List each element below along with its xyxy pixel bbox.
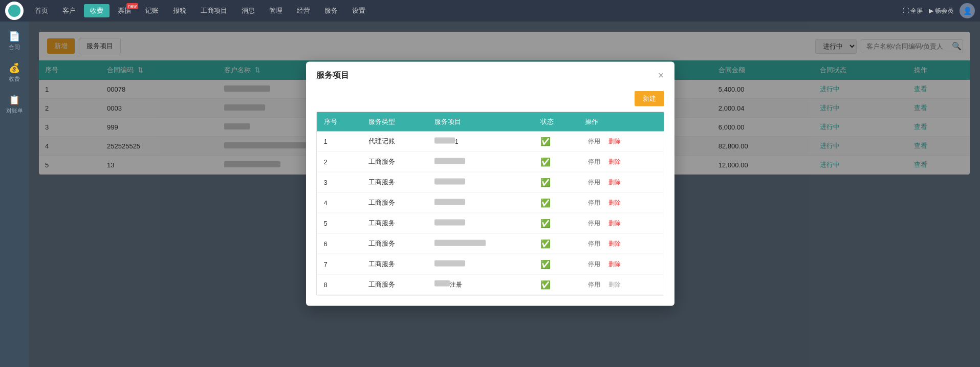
status-check-icon: ✅ [540,137,551,145]
stop-button[interactable]: 停用 [585,218,603,228]
modal-cell-type: 工商服务 [361,152,427,172]
modal-cell-action: 停用 删除 [578,254,663,274]
modal-cell-seq: 4 [317,192,361,213]
nav-fuwu[interactable]: 服务 [318,4,344,17]
stop-button[interactable]: 停用 [585,238,603,249]
modal-header: 服务项目 × [306,61,674,85]
modal-cell-status: ✅ [533,172,578,192]
nav-gongshang[interactable]: 工商项目 [194,4,233,17]
modal-cell-action: 停用 删除 [578,192,663,213]
delete-button[interactable]: 删除 [605,136,624,146]
charge-icon: 💰 [9,62,20,74]
delete-button[interactable]: 删除 [605,197,624,208]
video-icon: ▶ [929,7,933,14]
top-navigation: 首页 客户 收费 票据 new 记账 报税 工商项目 消息 管理 经营 服务 设… [0,0,980,21]
sidebar-item-contract[interactable]: 📄 合同 [2,27,27,55]
top-right-actions: ⛶ 全屏 ▶ 畅会员 👤 [903,3,975,18]
modal-col-item: 服务项目 [427,112,533,131]
sidebar-item-reconcile[interactable]: 📋 对账单 [2,90,27,119]
modal-table-row: 5 工商服务 ✅ 停用 删除 [317,213,664,233]
user-avatar[interactable]: 👤 [960,3,975,18]
modal-cell-type: 工商服务 [361,213,427,233]
nav-home[interactable]: 首页 [29,4,54,17]
modal-cell-action: 停用 删除 [578,274,663,295]
modal-body: 新建 序号 服务类型 服务项目 状态 操作 1 代理记账 [306,85,674,306]
delete-button[interactable]: 删除 [605,218,624,228]
modal-title: 服务项目 [316,70,349,80]
stop-button[interactable]: 停用 [585,197,603,208]
modal-cell-type: 工商服务 [361,172,427,192]
service-items-modal: 服务项目 × 新建 序号 服务类型 服务项目 状态 操作 1 [306,61,674,306]
sidebar-label-charge: 收费 [9,75,20,83]
modal-cell-action: 停用 删除 [578,213,663,233]
nav-guanli[interactable]: 管理 [263,4,289,17]
modal-cell-status: ✅ [533,213,578,233]
sidebar-item-charge[interactable]: 💰 收费 [2,58,27,87]
status-check-icon: ✅ [540,260,551,268]
nav-jizhang[interactable]: 记账 [139,4,165,17]
delete-button[interactable]: 删除 [605,177,624,187]
status-check-icon: ✅ [540,280,551,289]
nav-shoufei[interactable]: 收费 [84,4,110,17]
stop-button[interactable]: 停用 [585,156,603,167]
modal-cell-item [427,233,533,254]
sidebar: 📄 合同 💰 收费 📋 对账单 [0,21,29,367]
delete-button[interactable]: 删除 [605,279,624,290]
member-btn[interactable]: ▶ 畅会员 [929,7,953,15]
stop-button[interactable]: 停用 [585,177,603,187]
modal-cell-type: 工商服务 [361,192,427,213]
nav-xiaoxi[interactable]: 消息 [235,4,261,17]
nav-baoshui[interactable]: 报税 [167,4,192,17]
modal-table-row: 6 工商服务 ✅ 停用 删除 [317,233,664,254]
stop-button[interactable]: 停用 [585,258,603,269]
modal-cell-type: 工商服务 [361,233,427,254]
nav-items: 首页 客户 收费 票据 new 记账 报税 工商项目 消息 管理 经营 服务 设… [29,4,903,17]
modal-cell-item: 1 [427,131,533,152]
modal-col-action: 操作 [578,112,663,131]
nav-customer[interactable]: 客户 [56,4,82,17]
modal-cell-item: 注册 [427,274,533,295]
delete-button[interactable]: 删除 [605,258,624,269]
status-check-icon: ✅ [540,239,551,248]
modal-cell-seq: 1 [317,131,361,152]
modal-cell-type: 代理记账 [361,131,427,152]
modal-cell-status: ✅ [533,192,578,213]
modal-table-wrap[interactable]: 序号 服务类型 服务项目 状态 操作 1 代理记账 1 ✅ [316,111,664,295]
modal-col-status: 状态 [533,112,578,131]
modal-table-row: 4 工商服务 ✅ 停用 删除 [317,192,664,213]
service-table: 序号 服务类型 服务项目 状态 操作 1 代理记账 1 ✅ [317,112,664,295]
modal-cell-item [427,152,533,172]
modal-cell-action: 停用 删除 [578,131,663,152]
modal-cell-item [427,192,533,213]
logo-icon [8,5,20,17]
modal-cell-action: 停用 删除 [578,233,663,254]
nav-shezhi[interactable]: 设置 [346,4,372,17]
modal-cell-seq: 5 [317,213,361,233]
modal-cell-type: 工商服务 [361,274,427,295]
fullscreen-btn[interactable]: ⛶ 全屏 [903,7,923,15]
modal-cell-action: 停用 删除 [578,152,663,172]
reconcile-icon: 📋 [9,94,20,105]
modal-cell-seq: 8 [317,274,361,295]
modal-new-button[interactable]: 新建 [635,91,664,106]
delete-button[interactable]: 删除 [605,156,624,167]
nav-jingying[interactable]: 经营 [291,4,316,17]
stop-button[interactable]: 停用 [585,279,603,290]
stop-button[interactable]: 停用 [585,136,603,146]
modal-table-row: 1 代理记账 1 ✅ 停用 删除 [317,131,664,152]
modal-col-type: 服务类型 [361,112,427,131]
sidebar-label-contract: 合同 [9,44,20,51]
delete-button[interactable]: 删除 [605,238,624,249]
modal-cell-status: ✅ [533,233,578,254]
modal-table-row: 8 工商服务 注册 ✅ 停用 删除 [317,274,664,295]
modal-toolbar: 新建 [316,91,664,106]
modal-cell-action: 停用 删除 [578,172,663,192]
modal-cell-item [427,213,533,233]
modal-cell-status: ✅ [533,131,578,152]
status-check-icon: ✅ [540,178,551,186]
status-check-icon: ✅ [540,198,551,207]
modal-cell-status: ✅ [533,254,578,274]
new-badge: new [126,3,138,9]
nav-piaoju[interactable]: 票据 new [112,4,137,17]
modal-close-button[interactable]: × [658,70,664,80]
